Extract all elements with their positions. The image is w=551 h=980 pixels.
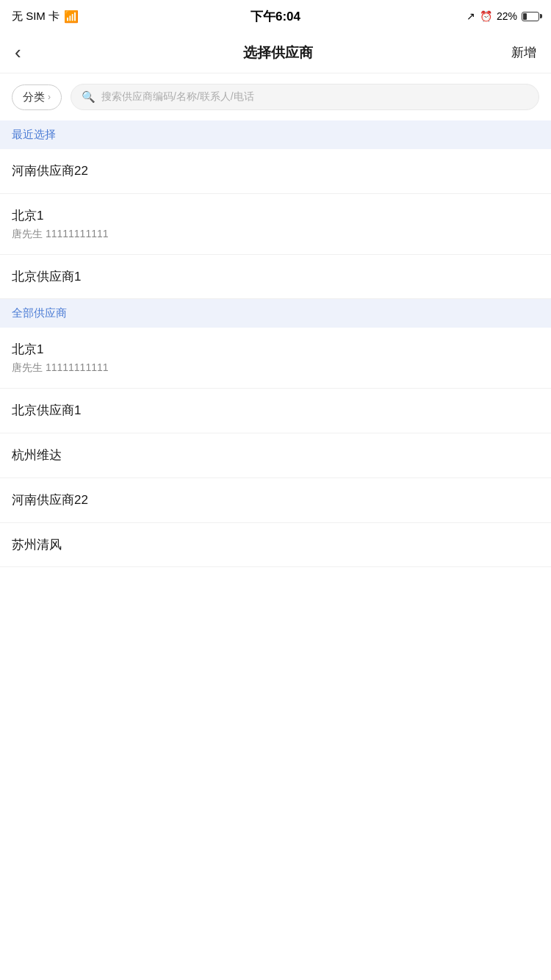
chevron-right-icon: › (48, 92, 51, 102)
item-contact: 唐先生 11111111111 (12, 228, 539, 241)
alarm-icon: ⏰ (480, 10, 492, 22)
status-bar: 无 SIM 卡 📶 下午6:04 ↗ ⏰ 22% (0, 0, 551, 32)
item-name: 北京供应商1 (12, 268, 539, 286)
item-name: 河南供应商22 (12, 491, 539, 509)
item-name: 北京1 (12, 341, 539, 359)
item-name: 北京供应商1 (12, 402, 539, 419)
recent-list-item[interactable]: 北京供应商1 (0, 255, 551, 300)
item-name: 北京1 (12, 207, 539, 225)
all-section-header: 全部供应商 (0, 299, 551, 328)
recent-list: 河南供应商22北京1唐先生 11111111111北京供应商1 (0, 149, 551, 299)
nav-bar: ‹ 选择供应商 新增 (0, 32, 551, 73)
search-box[interactable]: 🔍 搜索供应商编码/名称/联系人/电话 (71, 84, 539, 110)
all-list-item[interactable]: 河南供应商22 (0, 478, 551, 523)
status-time: 下午6:04 (251, 8, 300, 25)
back-button[interactable]: ‹ (15, 41, 44, 64)
item-name: 河南供应商22 (12, 162, 539, 180)
add-button[interactable]: 新增 (511, 44, 536, 61)
status-left: 无 SIM 卡 📶 (12, 10, 79, 24)
category-button[interactable]: 分类 › (12, 84, 62, 110)
page-title: 选择供应商 (243, 43, 313, 62)
search-icon: 🔍 (82, 90, 96, 104)
status-right: ↗ ⏰ 22% (467, 10, 539, 22)
all-list-item[interactable]: 北京1唐先生 11111111111 (0, 328, 551, 389)
all-list-item[interactable]: 杭州维达 (0, 433, 551, 478)
all-list: 北京1唐先生 11111111111北京供应商1杭州维达河南供应商22苏州清风 (0, 328, 551, 567)
search-placeholder-text: 搜索供应商编码/名称/联系人/电话 (101, 90, 254, 104)
recent-section-header: 最近选择 (0, 120, 551, 149)
item-name: 杭州维达 (12, 447, 539, 464)
battery-icon (522, 12, 539, 21)
item-name: 苏州清风 (12, 536, 539, 554)
battery-percent: 22% (497, 10, 517, 22)
all-list-item[interactable]: 北京供应商1 (0, 389, 551, 433)
recent-list-item[interactable]: 北京1唐先生 11111111111 (0, 194, 551, 255)
item-contact: 唐先生 11111111111 (12, 361, 539, 375)
no-sim-text: 无 SIM 卡 (12, 10, 60, 24)
wifi-icon: 📶 (64, 10, 79, 24)
filter-bar: 分类 › 🔍 搜索供应商编码/名称/联系人/电话 (0, 73, 551, 120)
category-label: 分类 (23, 90, 45, 104)
all-list-item[interactable]: 苏州清风 (0, 523, 551, 568)
recent-list-item[interactable]: 河南供应商22 (0, 149, 551, 194)
location-icon: ↗ (467, 10, 475, 22)
